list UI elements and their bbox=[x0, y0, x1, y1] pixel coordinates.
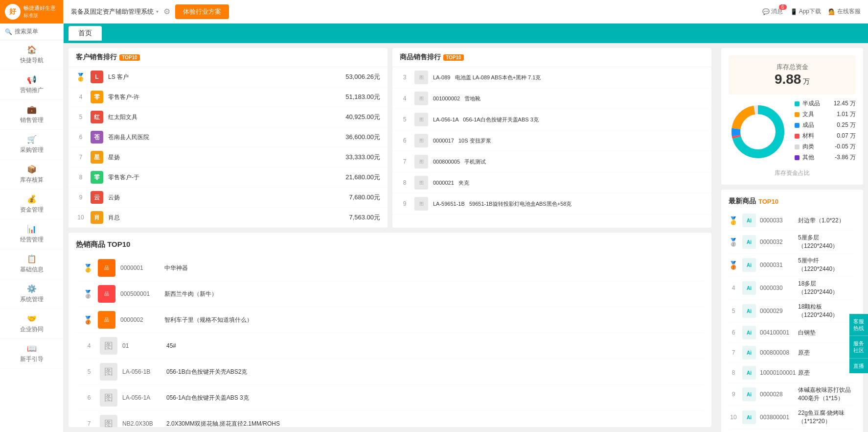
legend-items: 半成品 12.45 万 文具 1.01 万 成品 0.25 万 bbox=[795, 99, 856, 164]
new-products-panel: 最新商品 TOP10 🥇 Ai 0000033 封边带（1.0*22） 🥈 Ai… bbox=[721, 190, 863, 432]
medal-icon: 🥉 bbox=[729, 261, 738, 270]
legend-item: 肉类 -0.05 万 bbox=[795, 143, 856, 151]
avatar: 零 bbox=[91, 171, 103, 184]
sidebar-item-basic-info[interactable]: 📋 基础信息 bbox=[0, 249, 63, 279]
message-badge: 6 bbox=[779, 4, 787, 10]
sidebar-item-inventory[interactable]: 📦 库存核算 bbox=[0, 160, 63, 190]
table-row: 9 图 LA-59651-1B 59651-1B旋转投影灯电池盒ABS黑色+58… bbox=[392, 193, 711, 215]
topbar: 装备及固定资产辅助管理系统 ▾ ⚙ 体验行业方案 💬 消息 6 📱 App下载 … bbox=[64, 0, 868, 24]
avatar: 星 bbox=[91, 151, 103, 164]
avatar: 零 bbox=[91, 91, 103, 103]
community-button[interactable]: 服务社区 bbox=[849, 336, 868, 359]
table-row: 6 图 0000017 10S 变扭罗浆 bbox=[392, 130, 711, 151]
online-service-button[interactable]: 💁 在线客服 bbox=[828, 7, 861, 16]
legend-item: 半成品 12.45 万 bbox=[795, 99, 856, 108]
table-row: 4 图 001000002 雪地靴 bbox=[392, 88, 711, 109]
hot-products-panel: 热销商品 TOP10 🥇 品 0000001 中华神器 🥈 品 00050000… bbox=[69, 233, 711, 427]
list-item: 6 Ai 004100001 白钢垫 bbox=[729, 323, 856, 343]
product-ranking-badge: TOP10 bbox=[443, 54, 464, 61]
table-row: 4 零 零售客户-许 51,183.00元 bbox=[69, 87, 388, 107]
table-row: 8 零 零售客户-于 21,680.00元 bbox=[69, 168, 388, 188]
table-row: 7 星 星扬 33,333.00元 bbox=[69, 147, 388, 168]
medal-icon: 🥉 bbox=[83, 315, 93, 325]
dropdown-icon[interactable]: ▾ bbox=[156, 9, 159, 14]
legend-item: 文具 1.01 万 bbox=[795, 110, 856, 119]
guide-icon: 📖 bbox=[27, 344, 37, 353]
list-item: 4 图 01 45# bbox=[76, 333, 704, 359]
legend-dot bbox=[795, 155, 799, 160]
app-download-button[interactable]: 📱 App下载 bbox=[790, 7, 821, 16]
settings-icon[interactable]: ⚙ bbox=[163, 7, 170, 16]
legend-item: 材料 0.07 万 bbox=[795, 132, 856, 140]
tabbar: 首页 bbox=[64, 24, 868, 43]
list-item: 🥈 品 000500001 新西兰牛肉（新牛） bbox=[76, 281, 704, 307]
sidebar-item-system[interactable]: ⚙️ 系统管理 bbox=[0, 279, 63, 309]
product-image: Ai bbox=[742, 304, 756, 318]
sidebar-item-home[interactable]: 🏠 快捷导航 bbox=[0, 40, 63, 70]
list-item: 🥉 品 0000002 智利车子里（规格不知道填什么） bbox=[76, 307, 704, 333]
system-icon: ⚙️ bbox=[27, 284, 37, 293]
list-item: 🥇 品 0000001 中华神器 bbox=[76, 255, 704, 281]
product-image: Ai bbox=[742, 258, 756, 272]
customer-service-button[interactable]: 客服热线 bbox=[849, 314, 868, 336]
sidebar-item-purchase[interactable]: 🛒 采购管理 bbox=[0, 130, 63, 160]
list-item: 6 图 LA-056-1A 056-1A白色按键开关盖ABS 3克 bbox=[76, 385, 704, 411]
list-item: 🥇 Ai 0000033 封边带（1.0*22） bbox=[729, 211, 856, 231]
table-row: 9 云 云扬 7,680.00元 bbox=[69, 188, 388, 208]
tab-home[interactable]: 首页 bbox=[69, 26, 102, 41]
message-button[interactable]: 💬 消息 6 bbox=[762, 7, 783, 16]
product-image: 图 bbox=[414, 71, 428, 84]
medal-icon: 🥇 bbox=[729, 216, 738, 225]
avatar: L bbox=[91, 71, 103, 83]
product-ranking-header: 商品销售排行 TOP10 bbox=[392, 48, 711, 67]
product-image: Ai bbox=[742, 410, 756, 424]
sidebar: 好 畅捷通好生意 标准版 🔍 搜索菜单 🏠 快捷导航 📢 营销推广 💼 销售管理… bbox=[0, 0, 64, 432]
legend-item: 其他 -3.86 万 bbox=[795, 153, 856, 162]
list-item: 9 Ai 0000028 体碱嘉枚味苏打饮品400毫升（1*15） bbox=[729, 383, 856, 406]
cooperation-icon: 🤝 bbox=[27, 314, 37, 323]
logo-icon: 好 bbox=[5, 4, 21, 20]
product-image: 品 bbox=[98, 311, 115, 329]
live-button[interactable]: 直播 bbox=[849, 359, 868, 373]
legend-dot bbox=[795, 134, 799, 139]
list-item: 8 Ai 10000100001 原垄 bbox=[729, 363, 856, 383]
purchase-icon: 🛒 bbox=[27, 135, 37, 144]
product-image: Ai bbox=[742, 366, 756, 380]
list-item: 5 图 LA-056-1B 056-1B白色按键开关壳ABS2克 bbox=[76, 359, 704, 385]
list-item: 🥉 Ai 0000031 5厘中纤（1220*2440） bbox=[729, 254, 856, 277]
medal-icon: 🥈 bbox=[83, 289, 93, 299]
search-menu[interactable]: 🔍 搜索菜单 bbox=[0, 24, 63, 40]
inventory-chart: 半成品 12.45 万 文具 1.01 万 成品 0.25 万 bbox=[729, 99, 856, 164]
finance-icon: 💰 bbox=[27, 194, 37, 204]
product-ranking-panel: 商品销售排行 TOP10 3 图 LA-089 电池盖 LA-089 ABS本色… bbox=[392, 48, 711, 228]
product-image: 图 bbox=[100, 337, 117, 355]
sidebar-item-operations[interactable]: 📊 经营管理 bbox=[0, 219, 63, 249]
product-image: Ai bbox=[742, 346, 756, 360]
product-image: 图 bbox=[414, 197, 428, 211]
table-row: 6 苍 苍南县人民医院 36,600.00元 bbox=[69, 127, 388, 147]
product-image: 图 bbox=[100, 415, 117, 427]
sidebar-item-guide[interactable]: 📖 新手引导 bbox=[0, 339, 63, 369]
product-image: Ai bbox=[742, 235, 756, 249]
sidebar-item-cooperation[interactable]: 🤝 企业协同 bbox=[0, 309, 63, 339]
product-image: 图 bbox=[414, 92, 428, 105]
sidebar-item-finance[interactable]: 💰 资金管理 bbox=[0, 190, 63, 219]
medal-icon: 🥇 bbox=[76, 72, 86, 82]
product-image: 图 bbox=[100, 389, 117, 407]
product-image: Ai bbox=[742, 326, 756, 339]
customer-ranking-panel: 客户销售排行 TOP10 🥇 L LS 客户 53,006.26元 4 bbox=[69, 48, 388, 228]
avatar: 苍 bbox=[91, 131, 103, 144]
legend-item: 成品 0.25 万 bbox=[795, 121, 856, 129]
sidebar-item-sales[interactable]: 💼 销售管理 bbox=[0, 100, 63, 130]
avatar: 红 bbox=[91, 111, 103, 123]
trial-button[interactable]: 体验行业方案 bbox=[175, 4, 229, 19]
list-item: 7 图 NB2.0X30B 2.0X30MM双搓花轴,搓花直径2.1MM/ROH… bbox=[76, 411, 704, 427]
list-item: 10 Ai 003800001 22g鱼豆腐·烧烤味（1*12*20） bbox=[729, 406, 856, 429]
product-image: 图 bbox=[414, 113, 428, 126]
operations-icon: 📊 bbox=[27, 224, 37, 234]
medal-icon: 🥈 bbox=[729, 238, 738, 247]
customer-ranking-badge: TOP10 bbox=[119, 54, 140, 61]
avatar: 云 bbox=[91, 191, 103, 204]
sidebar-item-marketing[interactable]: 📢 营销推广 bbox=[0, 70, 63, 100]
list-item: 5 Ai 0000029 18颗粒板（1220*2440） bbox=[729, 300, 856, 323]
